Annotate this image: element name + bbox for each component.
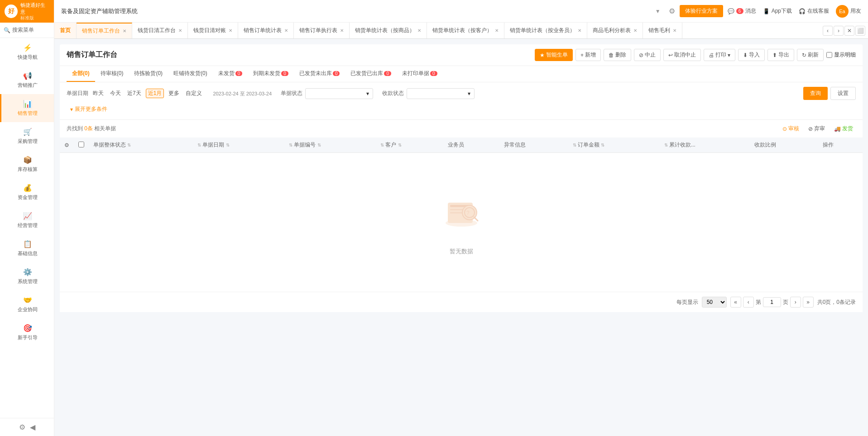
subtab-not-shipped[interactable]: 未发货0 [213, 66, 248, 82]
payment-select[interactable]: ▾ [407, 88, 475, 99]
sort-icon-date[interactable]: ⇅ [226, 142, 230, 147]
tab-close-cash-daily[interactable]: ✕ [178, 28, 182, 33]
date-opt-more[interactable]: 更多 [167, 89, 181, 98]
sidebar-item-quick-nav[interactable]: ⚡ 快捷导航 [0, 38, 54, 66]
stop-btn[interactable]: ⊘ 中止 [634, 49, 661, 61]
sidebar-item-system[interactable]: ⚙️ 系统管理 [0, 262, 54, 290]
sidebar-item-finance[interactable]: 💰 资金管理 [0, 178, 54, 206]
date-opt-custom[interactable]: 自定义 [184, 89, 204, 98]
tab-close-summary-staff[interactable]: ✕ [578, 28, 581, 33]
tab-close-sales-profit[interactable]: ✕ [673, 28, 676, 33]
page-last[interactable]: » [803, 297, 814, 308]
export-btn[interactable]: ⬆ 导出 [767, 49, 794, 61]
date-opt-today[interactable]: 今天 [108, 89, 123, 98]
tab-nav-left[interactable]: ‹ [823, 26, 833, 36]
tab-sales-profit[interactable]: 销售毛利 ✕ [643, 23, 682, 38]
page-prev[interactable]: ‹ [743, 297, 754, 308]
tab-close-all[interactable]: ✕ [844, 26, 854, 36]
page-next[interactable]: › [790, 297, 801, 308]
sidebar-item-basic[interactable]: 📋 基础信息 [0, 234, 54, 262]
col-checkbox[interactable] [74, 137, 89, 153]
date-opt-yesterday[interactable]: 昨天 [91, 89, 106, 98]
subtab-not-printed[interactable]: 未打印单据0 [397, 66, 443, 82]
tab-sales-stats[interactable]: 销售订单统计表 ✕ [238, 23, 294, 38]
delete-btn[interactable]: 🗑 删除 [604, 49, 631, 61]
setting-btn[interactable]: 设置 [830, 87, 856, 100]
collapse-icon[interactable]: ◀ [30, 423, 35, 431]
display-detail-label[interactable]: 显示明细 [826, 51, 856, 59]
date-opt-1month[interactable]: 近1月 [146, 89, 164, 98]
status-select[interactable]: ▾ [305, 88, 373, 99]
tab-close-sales-order[interactable]: ✕ [123, 28, 126, 33]
tab-close-cash-reconcile[interactable]: ✕ [229, 28, 232, 33]
online-service-action[interactable]: 🎧 在线客服 [799, 7, 829, 15]
app-download-action[interactable]: 📱 App下载 [763, 7, 792, 15]
col-operation: 操作 [818, 137, 863, 153]
tab-cash-reconcile[interactable]: 钱货日清对账 ✕ [188, 23, 238, 38]
page-first[interactable]: « [730, 297, 741, 308]
sidebar-search[interactable]: 🔍 搜索菜单 [0, 23, 54, 38]
cancel-approve-btn[interactable]: ⊘ 弃审 [806, 123, 828, 134]
tab-sales-summary-product[interactable]: 销货单统计表（按商品） ✕ [350, 23, 427, 38]
sidebar-item-purchase[interactable]: 🛒 采购管理 [0, 122, 54, 150]
sort-icon-customer-left[interactable]: ⇅ [380, 142, 384, 147]
sidebar-item-guide[interactable]: 🎯 新手引导 [0, 318, 54, 346]
tab-close-summary-client[interactable]: ✕ [495, 28, 499, 33]
query-btn[interactable]: 查询 [803, 87, 828, 100]
tab-sales-exec[interactable]: 销售订单执行表 ✕ [294, 23, 350, 38]
smart-btn[interactable]: ★ 智能生单 [535, 49, 573, 61]
user-profile[interactable]: Ea 用友 [836, 5, 861, 18]
industry-btn[interactable]: 体验行业方案 [680, 5, 723, 17]
subtab-pending-review[interactable]: 待审核(0) [95, 66, 129, 82]
tab-nav-right[interactable]: › [834, 26, 844, 36]
import-btn[interactable]: ⬇ 导入 [738, 49, 765, 61]
approve-btn[interactable]: ⊙ 审核 [780, 123, 802, 134]
expand-more-btn[interactable]: ▾ 展开更多条件 [67, 104, 856, 115]
sidebar-item-marketing[interactable]: 📢 营销推广 [0, 66, 54, 94]
print-btn[interactable]: 🖨 打印 ▾ [704, 49, 735, 61]
tab-close-sales-stats[interactable]: ✕ [284, 28, 288, 33]
tab-sales-summary-staff[interactable]: 销货单统计表（按业务员） ✕ [504, 23, 587, 38]
subtab-shipped-out[interactable]: 已发货已出库0 [345, 66, 397, 82]
sort-icon-collected-left[interactable]: ⇅ [664, 142, 668, 147]
tab-sales-summary-client[interactable]: 销货单统计表（按客户） ✕ [427, 23, 504, 38]
subtab-expired-not-shipped[interactable]: 到期未发货0 [248, 66, 294, 82]
subtab-all[interactable]: 全部(0) [67, 66, 95, 82]
sort-icon-amount[interactable]: ⇅ [601, 142, 604, 147]
refresh-btn[interactable]: ↻ 刷新 [797, 49, 824, 61]
tab-maximize[interactable]: ⬜ [855, 26, 865, 36]
settings-gear-icon[interactable]: ⚙ [669, 7, 675, 15]
add-btn[interactable]: + 新增 [575, 49, 601, 61]
sort-icon-customer[interactable]: ⇅ [398, 142, 402, 147]
sort-icon-status[interactable]: ⇅ [127, 142, 131, 147]
page-input[interactable]: 1 [763, 297, 781, 307]
system-dropdown-icon[interactable]: ▼ [655, 8, 661, 14]
subtab-shipped-not-out[interactable]: 已发货未出库0 [294, 66, 345, 82]
subtab-wangpu-ship[interactable]: 旺铺待发货(0) [168, 66, 213, 82]
cancel-stop-btn[interactable]: ↩ 取消中止 [663, 49, 701, 61]
sort-icon-date-left[interactable]: ⇅ [197, 142, 201, 147]
sort-icon-number-left[interactable]: ⇅ [289, 142, 293, 147]
sidebar-item-cooperation[interactable]: 🤝 企业协同 [0, 290, 54, 318]
sort-icon-amount-left[interactable]: ⇅ [573, 142, 576, 147]
date-opt-7days[interactable]: 近7天 [125, 89, 143, 98]
select-all-checkbox[interactable] [78, 142, 84, 147]
tab-close-summary-product[interactable]: ✕ [417, 28, 421, 33]
tab-close-sales-exec[interactable]: ✕ [340, 28, 344, 33]
tab-close-goods-margin[interactable]: ✕ [633, 28, 637, 33]
page-size-select[interactable]: 50 20 100 [702, 297, 727, 308]
ship-btn[interactable]: 🚚 发货 [831, 123, 856, 134]
display-detail-checkbox[interactable] [826, 52, 832, 58]
sidebar-item-inventory[interactable]: 📦 库存核算 [0, 150, 54, 178]
tab-sales-order[interactable]: 销售订单工作台 ✕ [77, 23, 132, 38]
subtab-pending-check[interactable]: 待拣验货(0) [129, 66, 168, 82]
sidebar-item-operation[interactable]: 📈 经营管理 [0, 206, 54, 234]
col-settings[interactable]: ⚙ [60, 137, 74, 153]
tab-goods-margin[interactable]: 商品毛利分析表 ✕ [587, 23, 643, 38]
message-action[interactable]: 💬 6 消息 [728, 7, 756, 15]
tab-cash-daily[interactable]: 钱货日清工作台 ✕ [132, 23, 188, 38]
sort-icon-number[interactable]: ⇅ [317, 142, 321, 147]
tab-home[interactable]: 首页 [54, 23, 77, 38]
sidebar-item-sales[interactable]: 📊 销售管理 [0, 94, 54, 122]
settings-icon[interactable]: ⚙ [19, 423, 25, 431]
